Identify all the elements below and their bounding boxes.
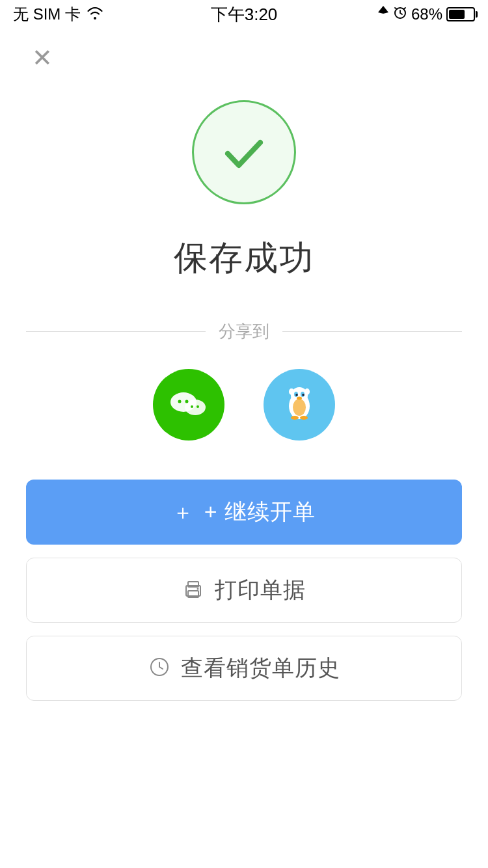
continue-button[interactable]: ＋ + 继续开单 [26, 480, 462, 545]
battery-percent: 68% [411, 5, 442, 23]
location-icon [377, 5, 389, 23]
svg-point-5 [191, 405, 193, 408]
continue-button-label: + 继续开单 [204, 497, 316, 527]
clock-icon [148, 656, 170, 681]
share-icons-row [153, 369, 335, 441]
status-right: 68% [377, 5, 475, 23]
no-sim-label: 无 SIM 卡 [13, 4, 81, 25]
close-button-row: ✕ [26, 42, 462, 74]
svg-point-6 [197, 405, 199, 408]
status-left: 无 SIM 卡 [13, 4, 104, 25]
wechat-share-button[interactable] [153, 369, 224, 441]
success-title: 保存成功 [174, 236, 314, 281]
status-bar: 无 SIM 卡 下午3:20 68% [0, 0, 488, 29]
share-label: 分享到 [219, 320, 269, 343]
svg-point-3 [178, 400, 182, 403]
main-content: ✕ 保存成功 分享到 [0, 29, 488, 714]
history-button[interactable]: 查看销货单历史 [26, 636, 462, 701]
checkmark-icon [218, 126, 270, 178]
print-button-label: 打印单据 [215, 575, 306, 605]
qq-share-button[interactable] [264, 369, 335, 441]
svg-point-4 [185, 400, 189, 403]
battery-icon [446, 7, 475, 21]
svg-point-17 [291, 416, 299, 420]
svg-point-16 [305, 388, 310, 395]
close-button[interactable]: ✕ [26, 42, 59, 74]
printer-icon [182, 578, 204, 603]
status-time: 下午3:20 [211, 3, 278, 26]
svg-point-12 [302, 394, 305, 396]
svg-point-11 [295, 394, 298, 396]
alarm-icon [393, 5, 407, 23]
plus-icon: ＋ [172, 502, 194, 522]
svg-point-18 [300, 416, 308, 420]
wifi-icon [86, 5, 104, 23]
svg-point-14 [293, 399, 306, 416]
wechat-icon [167, 383, 211, 427]
svg-point-15 [289, 388, 294, 395]
close-icon: ✕ [32, 46, 53, 70]
qq-icon [277, 383, 321, 427]
left-divider [26, 331, 206, 332]
history-button-label: 查看销货单历史 [181, 653, 340, 683]
svg-point-22 [197, 588, 199, 590]
print-button[interactable]: 打印单据 [26, 558, 462, 623]
share-divider-row: 分享到 [26, 320, 462, 343]
action-buttons: ＋ + 继续开单 打印单据 查看销货单历 [26, 480, 462, 701]
share-section: 分享到 [26, 320, 462, 441]
success-circle [192, 100, 296, 204]
right-divider [282, 331, 462, 332]
